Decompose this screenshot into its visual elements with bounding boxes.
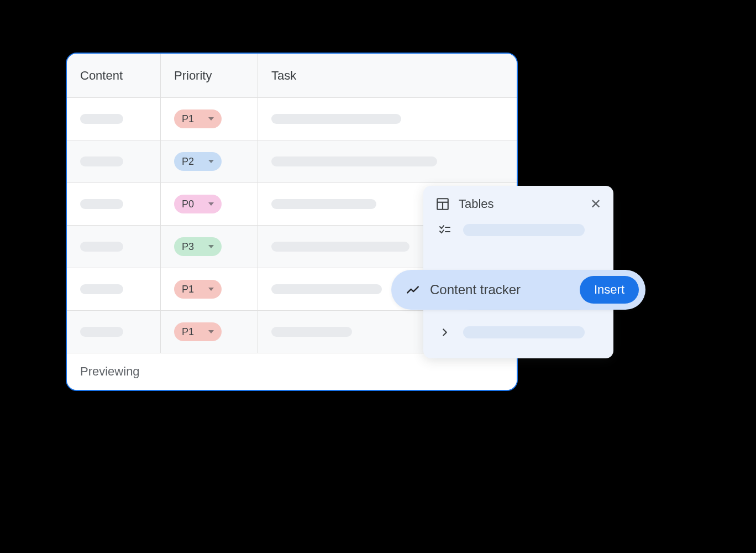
cell-content[interactable]: [67, 226, 161, 268]
cell-priority[interactable]: P2: [161, 140, 258, 182]
placeholder: [80, 114, 123, 124]
chevron-down-icon: [208, 202, 214, 206]
preview-footer: Previewing: [67, 353, 517, 390]
cell-task[interactable]: [258, 98, 517, 140]
chevron-down-icon: [208, 288, 214, 291]
chevron-down-icon: [208, 117, 214, 121]
cell-priority[interactable]: P0: [161, 183, 258, 225]
placeholder: [80, 156, 123, 166]
tables-panel: Tables ✕ Content tracker Insert: [423, 186, 613, 358]
placeholder: [80, 284, 123, 294]
priority-chip[interactable]: P1: [174, 280, 222, 299]
chevron-down-icon: [208, 160, 214, 163]
panel-item-label: [463, 326, 585, 338]
placeholder: [271, 114, 401, 124]
panel-item-checklist[interactable]: [423, 216, 613, 244]
placeholder: [271, 199, 376, 209]
chevron-right-icon: [438, 326, 452, 338]
priority-label: P3: [182, 241, 194, 253]
panel-item-content-tracker[interactable]: Content tracker Insert: [391, 270, 645, 310]
panel-item-label: [463, 224, 585, 236]
col-header-content[interactable]: Content: [67, 54, 161, 97]
placeholder: [80, 199, 123, 209]
cell-content[interactable]: [67, 140, 161, 182]
priority-label: P1: [182, 326, 194, 338]
priority-label: P2: [182, 156, 194, 168]
col-header-task[interactable]: Task: [258, 54, 517, 97]
cell-priority[interactable]: P1: [161, 98, 258, 140]
priority-chip[interactable]: P2: [174, 152, 222, 171]
table-row[interactable]: P1: [67, 98, 517, 140]
panel-title: Tables: [459, 197, 581, 211]
checklist-icon: [438, 223, 452, 237]
panel-item-more[interactable]: [423, 319, 613, 346]
cell-content[interactable]: [67, 183, 161, 225]
col-header-priority[interactable]: Priority: [161, 54, 258, 97]
table-icon: [435, 197, 450, 211]
cell-task[interactable]: [258, 140, 517, 182]
priority-label: P1: [182, 284, 194, 295]
placeholder: [271, 284, 382, 294]
priority-label: P1: [182, 113, 194, 125]
chevron-down-icon: [208, 245, 214, 248]
panel-item-label: Content tracker: [430, 282, 570, 298]
cell-content[interactable]: [67, 311, 161, 353]
chevron-down-icon: [208, 330, 214, 333]
trend-icon: [406, 282, 420, 298]
cell-priority[interactable]: P1: [161, 268, 258, 310]
cell-priority[interactable]: P3: [161, 226, 258, 268]
cell-priority[interactable]: P1: [161, 311, 258, 353]
cell-content[interactable]: [67, 268, 161, 310]
placeholder: [271, 327, 352, 337]
table-header-row: Content Priority Task: [67, 54, 517, 98]
placeholder: [80, 242, 123, 252]
placeholder: [271, 156, 437, 166]
priority-chip[interactable]: P1: [174, 322, 222, 341]
insert-button[interactable]: Insert: [580, 276, 639, 304]
placeholder: [271, 242, 410, 252]
panel-header: Tables ✕: [423, 186, 613, 216]
cell-content[interactable]: [67, 98, 161, 140]
placeholder: [80, 327, 123, 337]
table-row[interactable]: P2: [67, 140, 517, 183]
close-icon[interactable]: ✕: [590, 197, 601, 211]
priority-label: P0: [182, 199, 194, 210]
priority-chip[interactable]: P0: [174, 195, 222, 213]
priority-chip[interactable]: P3: [174, 237, 222, 256]
priority-chip[interactable]: P1: [174, 109, 222, 128]
